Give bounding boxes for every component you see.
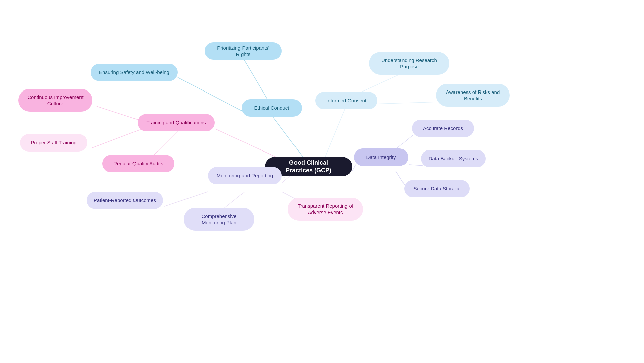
svg-line-2 [178,77,241,111]
continuous-node: Continuous Improvement Culture [18,89,92,112]
prioritizing-node: Prioritizing Participants' Rights [205,42,282,60]
svg-line-13 [164,192,208,206]
monitoring-node: Monitoring and Reporting [208,167,282,184]
regular-audits-node: Regular Quality Audits [102,155,174,172]
understanding-node: Understanding Research Purpose [369,52,449,75]
accurate-records-node: Accurate Records [412,120,474,137]
informed-consent-node: Informed Consent [315,92,377,109]
ethical-conduct-node: Ethical Conduct [241,99,302,117]
secure-storage-node: Secure Data Storage [404,180,470,197]
comprehensive-node: Comprehensive Monitoring Plan [184,208,254,231]
svg-line-18 [396,171,406,187]
training-node: Training and Qualifications [138,114,215,131]
svg-line-15 [352,165,356,171]
svg-line-9 [92,129,141,148]
data-backup-node: Data Backup Systems [421,150,486,167]
patient-outcomes-node: Patient-Reported Outcomes [87,192,163,209]
awareness-node: Awareness of Risks and Benefits [436,84,510,107]
svg-line-17 [409,165,423,166]
svg-line-3 [322,108,345,165]
transparent-node: Transparent Reporting of Adverse Events [288,198,363,221]
ensuring-safety-node: Ensuring Safety and Well-being [91,64,178,81]
proper-staff-node: Proper Staff Training [20,134,87,152]
data-integrity-node: Data Integrity [354,148,408,166]
svg-line-8 [97,106,141,121]
svg-line-5 [376,102,436,104]
